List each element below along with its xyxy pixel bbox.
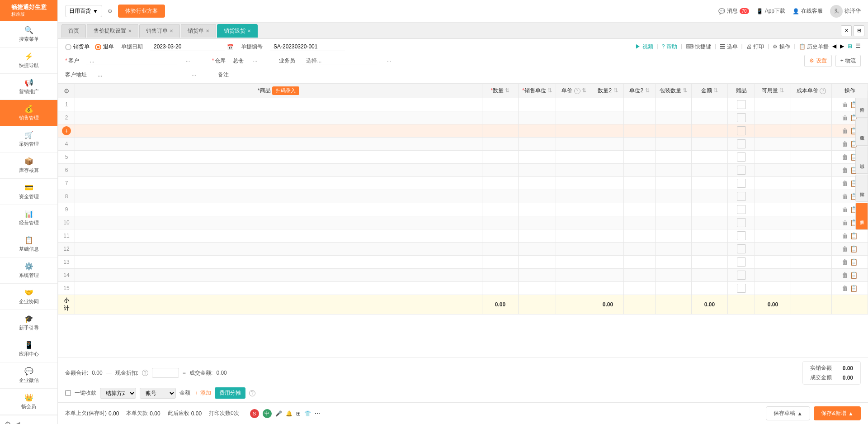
product-cell[interactable] (75, 269, 482, 282)
delete-row-btn[interactable]: 🗑 (841, 152, 849, 162)
price-cell[interactable] (556, 111, 592, 124)
pkg-cell[interactable] (656, 229, 692, 243)
gift-cell[interactable] (728, 138, 755, 151)
amount-cell[interactable] (692, 98, 728, 111)
sidebar-item-basic[interactable]: 📋 基础信息 (0, 231, 57, 257)
pkg-cell[interactable] (656, 190, 692, 203)
tab-sales-return[interactable]: 销货退货 ✕ (217, 24, 258, 38)
cost-cell[interactable] (791, 111, 832, 124)
fee-help-icon[interactable]: ? (249, 390, 255, 396)
list-view-icon[interactable]: ⊞ (848, 43, 852, 51)
pkg-cell[interactable] (656, 216, 692, 229)
delete-row-btn[interactable]: 🗑 (841, 257, 849, 267)
qty2-cell[interactable] (592, 216, 624, 229)
video-link[interactable]: ▶ 视频 (635, 43, 653, 51)
amount-cell[interactable] (692, 164, 728, 177)
add-row-btn[interactable]: + (62, 126, 71, 135)
pkg-cell[interactable] (656, 111, 692, 124)
pkg-cell[interactable] (656, 177, 692, 190)
cost-cell[interactable] (791, 177, 832, 190)
settings-bottom-icon[interactable]: ⚙ (5, 420, 11, 424)
amount-cell[interactable] (692, 151, 728, 164)
logistics-btn[interactable]: + 物流 (835, 55, 861, 67)
amount-cell[interactable] (692, 243, 728, 256)
amount-cell[interactable] (692, 216, 728, 229)
delete-row-btn[interactable]: 🗑 (841, 113, 849, 122)
gift-checkbox[interactable] (737, 192, 746, 201)
amount-cell[interactable] (692, 177, 728, 190)
app-download-group[interactable]: 📱 App下载 (756, 7, 785, 15)
gift-checkbox[interactable] (737, 271, 746, 280)
unit-cell[interactable] (518, 138, 556, 151)
qty2-cell[interactable] (592, 151, 624, 164)
industry-selector[interactable]: 日用百货 ▼ (65, 5, 102, 17)
price-cell[interactable] (556, 229, 592, 243)
qty2-cell[interactable] (592, 98, 624, 111)
sidebar-item-finance[interactable]: 💳 资金管理 (0, 179, 57, 205)
product-cell[interactable] (75, 203, 482, 216)
sidebar-item-shortcut[interactable]: ⚡ 快捷导航 (0, 48, 57, 74)
amount-cell[interactable] (692, 282, 728, 295)
cost-cell[interactable] (791, 138, 832, 151)
gift-checkbox[interactable] (737, 284, 746, 293)
account-select[interactable]: 账号 (140, 388, 176, 399)
pkg-cell[interactable] (656, 164, 692, 177)
product-cell[interactable] (75, 151, 482, 164)
right-panel-favorite[interactable]: 收藏 (855, 119, 868, 146)
sidebar-item-apps[interactable]: 📱 应用中心 (0, 336, 57, 362)
delete-row-btn[interactable]: 🗑 (841, 100, 849, 109)
avail-cell[interactable] (755, 111, 791, 124)
price-cell[interactable] (556, 269, 592, 282)
qty-cell[interactable] (482, 98, 518, 111)
pkg-cell[interactable] (656, 151, 692, 164)
right-panel-more[interactable]: 更多 (855, 203, 868, 230)
unit2-cell[interactable] (624, 98, 656, 111)
cost-cell[interactable] (791, 243, 832, 256)
pkg-cell[interactable] (656, 282, 692, 295)
unit-cell[interactable] (518, 203, 556, 216)
delete-row-btn[interactable]: 🗑 (841, 231, 849, 240)
pkg-cell[interactable] (656, 124, 692, 138)
pkg-cell[interactable] (656, 98, 692, 111)
product-cell[interactable] (75, 164, 482, 177)
qty-cell[interactable] (482, 190, 518, 203)
cost-cell[interactable] (791, 124, 832, 138)
gift-checkbox[interactable] (737, 139, 746, 148)
qty-cell[interactable] (482, 269, 518, 282)
cost-cell[interactable] (791, 203, 832, 216)
one-click-checkbox[interactable] (65, 390, 71, 396)
unit-cell[interactable] (518, 98, 556, 111)
pkg-cell[interactable] (656, 269, 692, 282)
gift-cell[interactable] (728, 229, 755, 243)
sidebar-item-purchase[interactable]: 🛒 采购管理 (0, 126, 57, 152)
price-cell[interactable] (556, 124, 592, 138)
amount-cell[interactable] (692, 190, 728, 203)
add-btn-link[interactable]: ＋ 添加 (194, 389, 211, 397)
qty-cell[interactable] (482, 256, 518, 269)
sidebar-item-guide[interactable]: 🎓 新手引导 (0, 310, 57, 336)
unit-cell[interactable] (518, 177, 556, 190)
unit2-cell[interactable] (624, 203, 656, 216)
price-cell[interactable] (556, 138, 592, 151)
gift-cell[interactable] (728, 243, 755, 256)
amount-cell[interactable] (692, 124, 728, 138)
avail-cell[interactable] (755, 98, 791, 111)
avail-cell[interactable] (755, 151, 791, 164)
amount-cell[interactable] (692, 229, 728, 243)
price-cell[interactable] (556, 216, 592, 229)
cost-cell[interactable] (791, 98, 832, 111)
price-cell[interactable] (556, 151, 592, 164)
next-icon[interactable]: ▶ (840, 43, 844, 51)
sidebar-item-wechat[interactable]: 💬 企业微信 (0, 362, 57, 389)
radio-return[interactable]: 退单 (95, 43, 114, 51)
qty2-cell[interactable] (592, 229, 624, 243)
gift-cell[interactable] (728, 177, 755, 190)
tab-price-close[interactable]: ✕ (128, 29, 132, 33)
product-cell[interactable] (75, 243, 482, 256)
delete-row-btn[interactable]: 🗑 (841, 218, 849, 227)
tab-return-close[interactable]: ✕ (247, 29, 251, 33)
unit2-cell[interactable] (624, 216, 656, 229)
cost-cell[interactable] (791, 151, 832, 164)
sidebar-item-operation[interactable]: 📊 经营管理 (0, 205, 57, 231)
qty-cell[interactable] (482, 229, 518, 243)
